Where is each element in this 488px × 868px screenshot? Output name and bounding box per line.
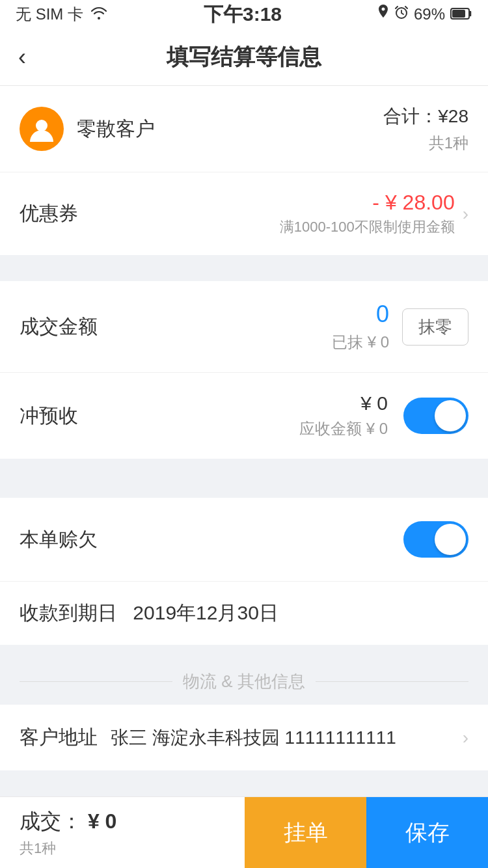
address-row[interactable]: 客户地址 张三 海淀永丰科技园 11111111111 › bbox=[0, 705, 488, 770]
pending-button[interactable]: 挂单 bbox=[245, 797, 366, 869]
status-bar: 无 SIM 卡 下午3:18 69% bbox=[0, 0, 488, 29]
coupon-right: - ¥ 28.00 满1000-100不限制使用金额 › bbox=[280, 191, 468, 237]
coupon-desc: 满1000-100不限制使用金额 bbox=[280, 217, 455, 237]
transaction-amount-block: 0 已抹 ¥ 0 bbox=[332, 301, 389, 353]
transaction-section: 成交金额 0 已抹 ¥ 0 抹零 冲预收 ¥ 0 应收金额 ¥ 0 bbox=[0, 281, 488, 459]
coupon-row[interactable]: 优惠券 - ¥ 28.00 满1000-100不限制使用金额 › bbox=[0, 172, 488, 255]
sep-line-left bbox=[20, 681, 172, 682]
prepay-toggle-container bbox=[403, 398, 468, 434]
back-button[interactable]: ‹ bbox=[18, 44, 26, 71]
bottom-summary-amount: 成交： ¥ 0 bbox=[20, 807, 225, 836]
customer-count: 共1种 bbox=[383, 133, 468, 154]
due-date-label: 收款到期日 bbox=[20, 602, 117, 623]
svg-point-3 bbox=[36, 120, 47, 131]
status-right: 69% bbox=[377, 5, 472, 24]
bottom-summary-count: 共1种 bbox=[20, 839, 225, 858]
wifi-icon bbox=[90, 5, 108, 23]
divider-1 bbox=[0, 268, 488, 281]
customer-row: 零散客户 合计：¥28 共1种 bbox=[0, 86, 488, 172]
svg-rect-2 bbox=[452, 10, 465, 18]
prepay-label: 冲预收 bbox=[20, 403, 78, 429]
address-value: 张三 海淀永丰科技园 11111111111 bbox=[111, 726, 463, 750]
prepay-row: 冲预收 ¥ 0 应收金额 ¥ 0 bbox=[0, 373, 488, 459]
bottom-bar: 成交： ¥ 0 共1种 挂单 保存 bbox=[0, 796, 488, 868]
alarm-icon bbox=[394, 5, 409, 23]
credit-section: 本单赊欠 收款到期日 2019年12月30日 bbox=[0, 498, 488, 645]
summary-amount: ¥ 0 bbox=[88, 809, 116, 833]
customer-name: 零散客户 bbox=[77, 116, 155, 142]
nav-bar: ‹ 填写结算等信息 bbox=[0, 29, 488, 86]
prepay-amount: ¥ 0 bbox=[299, 392, 388, 414]
credit-row: 本单赊欠 bbox=[0, 498, 488, 581]
location-icon bbox=[377, 5, 389, 24]
credit-label: 本单赊欠 bbox=[20, 526, 98, 553]
avatar-icon bbox=[27, 115, 56, 143]
bottom-summary: 成交： ¥ 0 共1种 bbox=[0, 807, 245, 858]
logistics-separator: 物流 & 其他信息 bbox=[0, 658, 488, 705]
prepay-receivable: 应收金额 ¥ 0 bbox=[299, 418, 388, 439]
page-title: 填写结算等信息 bbox=[167, 42, 321, 72]
coupon-discount: - ¥ 28.00 bbox=[280, 191, 455, 215]
save-button[interactable]: 保存 bbox=[366, 797, 488, 869]
summary-label: 成交： bbox=[20, 809, 82, 833]
prepay-amounts: ¥ 0 应收金额 ¥ 0 bbox=[299, 392, 388, 439]
coupon-info: - ¥ 28.00 满1000-100不限制使用金额 bbox=[280, 191, 455, 237]
divider-2 bbox=[0, 472, 488, 485]
transaction-right: 0 已抹 ¥ 0 抹零 bbox=[332, 301, 468, 353]
address-chevron-icon: › bbox=[463, 727, 468, 748]
customer-total: 合计：¥28 bbox=[383, 104, 468, 129]
sep-line-right bbox=[316, 681, 468, 682]
status-time: 下午3:18 bbox=[204, 1, 282, 28]
coupon-label: 优惠券 bbox=[20, 200, 78, 227]
logistics-label: 物流 & 其他信息 bbox=[183, 670, 305, 693]
address-section: 客户地址 张三 海淀永丰科技园 11111111111 › bbox=[0, 705, 488, 770]
credit-toggle-container bbox=[403, 521, 468, 558]
customer-section: 零散客户 合计：¥28 共1种 优惠券 - ¥ 28.00 满1000-100不… bbox=[0, 86, 488, 255]
credit-toggle[interactable] bbox=[403, 521, 468, 558]
due-date-value: 2019年12月30日 bbox=[133, 602, 278, 623]
transaction-value: 0 bbox=[332, 301, 389, 328]
transaction-label: 成交金额 bbox=[20, 314, 98, 340]
no-sim-text: 无 SIM 卡 bbox=[16, 4, 83, 25]
status-left: 无 SIM 卡 bbox=[16, 4, 108, 25]
round-zero-button[interactable]: 抹零 bbox=[402, 308, 468, 346]
due-date-row: 收款到期日 2019年12月30日 bbox=[0, 581, 488, 645]
logistics-inner: 物流 & 其他信息 bbox=[0, 670, 488, 693]
battery-text: 69% bbox=[414, 5, 445, 23]
address-label: 客户地址 bbox=[20, 724, 98, 751]
transaction-row: 成交金额 0 已抹 ¥ 0 抹零 bbox=[0, 281, 488, 373]
battery-icon bbox=[450, 5, 472, 23]
coupon-chevron-icon: › bbox=[463, 204, 468, 224]
prepay-right: ¥ 0 应收金额 ¥ 0 bbox=[299, 392, 468, 439]
customer-right: 合计：¥28 共1种 bbox=[383, 104, 468, 154]
transaction-sub: 已抹 ¥ 0 bbox=[332, 332, 389, 353]
prepay-toggle[interactable] bbox=[403, 398, 468, 434]
customer-avatar bbox=[20, 107, 64, 151]
customer-left: 零散客户 bbox=[20, 107, 155, 151]
